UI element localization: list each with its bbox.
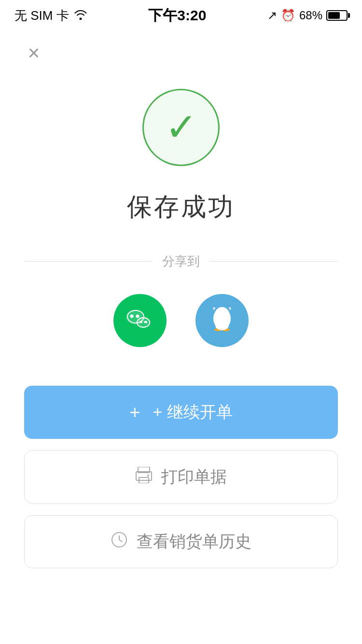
status-left: 无 SIM 卡	[14, 7, 87, 24]
svg-point-25	[147, 475, 149, 476]
checkmark-icon: ✓	[165, 108, 197, 147]
share-divider-row: 分享到	[24, 253, 338, 270]
svg-point-8	[131, 315, 134, 318]
svg-point-9	[136, 315, 139, 318]
svg-point-21	[214, 307, 230, 324]
main-content: ✓ 保存成功 分享到	[0, 31, 362, 568]
status-bar: 无 SIM 卡 下午3:20 ↗ ⏰ 68%	[0, 0, 362, 31]
qq-share-button[interactable]	[195, 294, 249, 347]
history-button[interactable]: 查看销货单历史	[24, 515, 338, 568]
print-icon	[135, 467, 153, 487]
wifi-icon	[74, 8, 87, 23]
share-line-left	[24, 261, 153, 262]
continue-button[interactable]: + + 继续开单	[24, 386, 338, 439]
print-label: 打印单据	[161, 466, 227, 488]
no-sim-label: 无 SIM 卡	[14, 7, 69, 24]
success-circle: ✓	[142, 89, 220, 166]
success-section: ✓ 保存成功	[127, 89, 235, 224]
svg-point-10	[140, 321, 142, 323]
battery-percent: 68%	[299, 9, 322, 22]
share-line-right	[209, 261, 338, 262]
share-icons	[113, 294, 249, 347]
close-button[interactable]: ×	[19, 39, 48, 68]
battery-fill	[328, 12, 340, 19]
status-right: ↗ ⏰ 68%	[267, 9, 348, 22]
share-label: 分享到	[162, 253, 200, 270]
share-section: 分享到	[24, 253, 338, 347]
actions-section: + + 继续开单 打印单据 查看销货单历	[24, 386, 338, 568]
print-button[interactable]: 打印单据	[24, 450, 338, 504]
wechat-share-button[interactable]	[113, 294, 167, 347]
success-title: 保存成功	[127, 190, 235, 224]
continue-label: + 继续开单	[153, 401, 232, 423]
status-time: 下午3:20	[148, 6, 206, 26]
svg-point-11	[144, 321, 146, 323]
history-label: 查看销货单历史	[137, 531, 251, 553]
continue-icon: +	[129, 402, 140, 423]
history-icon	[111, 531, 128, 552]
close-icon: ×	[28, 43, 40, 63]
location-icon: ↗	[267, 9, 277, 22]
battery-icon	[326, 10, 348, 21]
alarm-icon: ⏰	[281, 9, 295, 22]
